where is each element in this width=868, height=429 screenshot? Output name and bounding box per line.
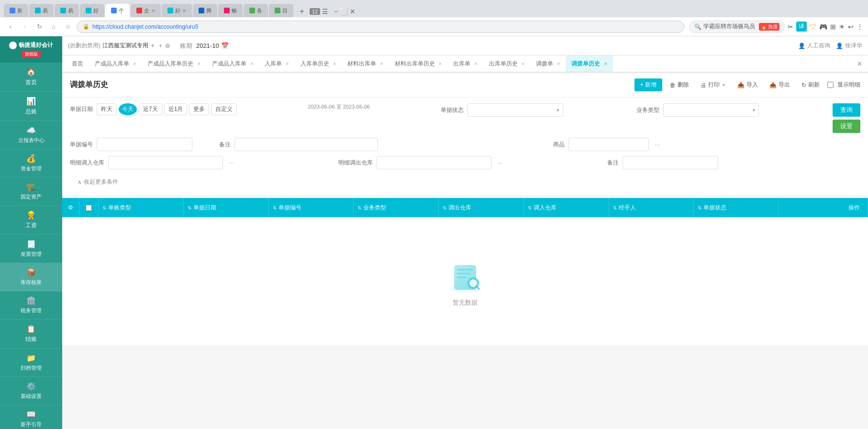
- sidebar-item-invoice[interactable]: 🧾 发票管理: [0, 235, 62, 263]
- sidebar-item-guide[interactable]: 📖 新手引导: [0, 405, 62, 429]
- tab-outbound-close[interactable]: ×: [474, 61, 477, 66]
- minimize-button[interactable]: −: [334, 8, 338, 15]
- tab-material-outbound-history[interactable]: 材料出库单历史 ×: [389, 55, 447, 73]
- th-settings[interactable]: ⚙: [62, 198, 79, 217]
- tab-outbound-history-close[interactable]: ×: [522, 61, 524, 66]
- maximize-button[interactable]: ⬜: [340, 8, 348, 15]
- bookmark-button[interactable]: ☆: [62, 21, 74, 33]
- sidebar-item-general-ledger[interactable]: 📊 总账: [0, 92, 62, 121]
- tab-product-inbound-history[interactable]: 产成品入库单历史 ×: [142, 55, 206, 73]
- tab-material-outbound[interactable]: 材料出库单 ×: [342, 55, 389, 73]
- sidebar-item-fixed-assets[interactable]: 🏗️ 固定资产: [0, 177, 62, 206]
- tab-material-outbound-close[interactable]: ×: [380, 61, 383, 66]
- sidebar-item-home[interactable]: 🏠 首页: [0, 63, 62, 92]
- export-button[interactable]: 📤 导出: [766, 79, 794, 91]
- th-biz-type[interactable]: ⇅ 业务类型: [354, 198, 439, 217]
- sidebar-item-cloud-reports[interactable]: ☁️ 云报表中心: [0, 121, 62, 149]
- tab-transfer-history-close[interactable]: ×: [604, 61, 607, 66]
- browser-tab-4[interactable]: 好: [80, 4, 104, 17]
- note-input[interactable]: [234, 138, 378, 151]
- grid-icon[interactable]: ⊞: [830, 23, 836, 31]
- th-date[interactable]: ⇅ 单据日期: [184, 198, 269, 217]
- new-tab-button[interactable]: +: [296, 6, 308, 17]
- settings-button[interactable]: 设置: [833, 120, 860, 133]
- browser-tab-1[interactable]: 新: [4, 4, 28, 17]
- th-doc-no[interactable]: ⇅ 单据编号: [269, 198, 354, 217]
- goods-more-icon[interactable]: ···: [655, 141, 660, 148]
- browser-tab-10[interactable]: 各: [244, 4, 268, 17]
- tab-outbound-history[interactable]: 出库单历史 ×: [483, 55, 530, 73]
- user-menu[interactable]: 👤 徐泽华: [836, 42, 862, 50]
- delete-button[interactable]: 🗑 删除: [666, 79, 693, 91]
- sidebar-item-closing[interactable]: 📋 结账: [0, 319, 62, 349]
- tab-product-inbound2[interactable]: 产成品入库单 ×: [206, 55, 259, 73]
- home-button[interactable]: ⌂: [48, 21, 59, 33]
- print-button[interactable]: 🖨 打印 ▼: [697, 79, 730, 91]
- tab-outbound[interactable]: 出库单 ×: [447, 55, 483, 73]
- business-type-select[interactable]: [663, 103, 759, 117]
- tab-product-inbound2-close[interactable]: ×: [250, 61, 253, 66]
- refresh-button[interactable]: ↻: [33, 21, 45, 33]
- company-selector[interactable]: (勿删勿禁用) 江西服宝测试专用 ▼ + ⚙: [68, 42, 170, 50]
- out-warehouse-input[interactable]: [377, 156, 491, 169]
- tab-inbound-history-close[interactable]: ×: [333, 61, 336, 66]
- scissors-icon[interactable]: ✂: [788, 23, 793, 31]
- collapse-filter-button[interactable]: ∧ 收起更多条件: [70, 176, 860, 188]
- add-company-icon[interactable]: +: [159, 43, 162, 49]
- period-selector[interactable]: 2021-10 📅: [196, 42, 229, 49]
- query-button[interactable]: 查询: [833, 103, 860, 117]
- sidebar-item-tax[interactable]: 🏛️ 税务管理: [0, 291, 62, 319]
- tab-inbound[interactable]: 入库单 ×: [259, 55, 294, 73]
- browser-tab-11[interactable]: 目: [269, 4, 293, 17]
- browser-tab-3[interactable]: 易: [55, 4, 79, 17]
- consult-button[interactable]: 👤 人工咨询: [798, 42, 830, 50]
- table-settings-icon[interactable]: ⚙: [68, 204, 73, 211]
- tabs-close-all[interactable]: ✕: [855, 58, 864, 69]
- tab-product-inbound[interactable]: 产成品入库单 ×: [89, 55, 142, 73]
- company-settings-icon[interactable]: ⚙: [165, 43, 170, 49]
- browser-tab-active[interactable]: 个: [105, 4, 130, 17]
- sidebar-item-base-settings[interactable]: ⚙️ 基础设置: [0, 377, 62, 405]
- back-button[interactable]: ‹: [5, 21, 16, 33]
- doc-no-input[interactable]: [97, 138, 192, 151]
- close-window-button[interactable]: ✕: [350, 8, 356, 15]
- th-in-warehouse[interactable]: ⇅ 调入仓库: [524, 198, 609, 217]
- browser-tab-7[interactable]: 好 ✕: [162, 4, 192, 17]
- select-all-checkbox[interactable]: [86, 205, 92, 211]
- date-btn-today[interactable]: 今天: [119, 103, 137, 115]
- sidebar-item-payroll[interactable]: 👷 工资: [0, 206, 62, 235]
- tab-transfer-history[interactable]: 调拨单历史 ×: [566, 55, 612, 73]
- in-warehouse-input[interactable]: [108, 156, 223, 169]
- tab-home[interactable]: 首页: [66, 55, 89, 73]
- browser-tab-2[interactable]: 易: [29, 4, 54, 17]
- out-warehouse-more-icon[interactable]: ···: [497, 159, 503, 166]
- date-btn-custom[interactable]: 自定义: [211, 103, 237, 115]
- undo-icon[interactable]: ↩: [848, 23, 854, 31]
- tab-material-outbound-history-close[interactable]: ×: [439, 61, 442, 66]
- sidebar-item-archive[interactable]: 📁 归档管理: [0, 349, 62, 377]
- in-warehouse-more-icon[interactable]: ···: [229, 159, 234, 166]
- tab-inbound-history[interactable]: 入库单历史 ×: [295, 55, 342, 73]
- tab-transfer-close[interactable]: ×: [557, 61, 560, 66]
- menu-dots-icon[interactable]: ⋮: [857, 23, 863, 31]
- note2-input[interactable]: [623, 156, 718, 169]
- th-checkbox[interactable]: [79, 198, 99, 217]
- new-button[interactable]: + 新增: [634, 78, 662, 91]
- goods-input[interactable]: [568, 138, 649, 151]
- import-button[interactable]: 📥 导入: [734, 79, 762, 91]
- tab-transfer[interactable]: 调拨单 ×: [530, 55, 566, 73]
- game-icon[interactable]: 🎮: [819, 23, 827, 31]
- th-handler[interactable]: ⇅ 经手人: [609, 198, 694, 217]
- shield-icon[interactable]: 🛡: [810, 23, 816, 31]
- sidebar-item-funds[interactable]: 💰 资金管理: [0, 149, 62, 177]
- tab-product-inbound-history-close[interactable]: ×: [197, 61, 200, 66]
- browser-tab-9[interactable]: 畅: [218, 4, 243, 17]
- brightness-icon[interactable]: ☀: [839, 23, 845, 31]
- tab-inbound-close[interactable]: ×: [286, 61, 289, 66]
- tab-menu-icon[interactable]: ☰: [322, 8, 328, 15]
- sidebar-item-inventory[interactable]: 📦 库存核算: [0, 263, 62, 291]
- tab-product-inbound-close[interactable]: ×: [133, 61, 136, 66]
- date-btn-more[interactable]: 更多: [189, 103, 209, 115]
- browser-tab-8[interactable]: 腾: [193, 4, 217, 17]
- date-btn-7days[interactable]: 近7天: [139, 103, 162, 115]
